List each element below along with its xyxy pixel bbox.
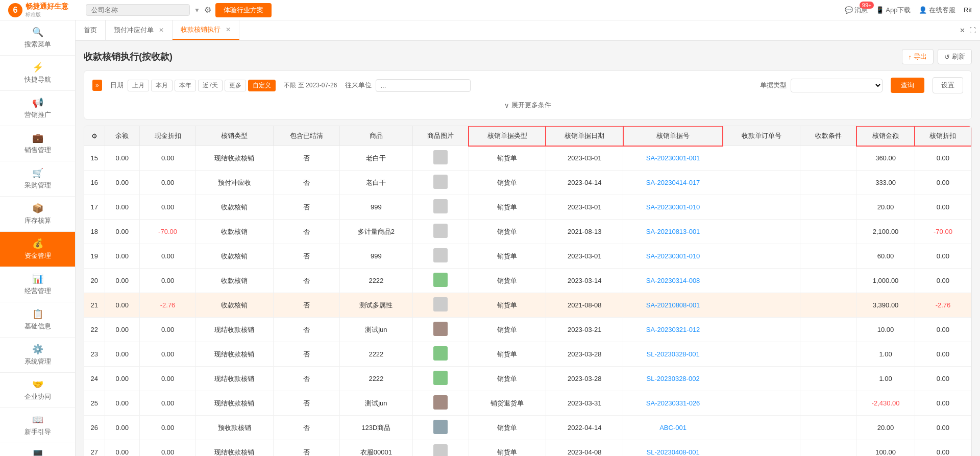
cell-voucher-date: 2023-03-01 bbox=[546, 195, 623, 220]
table-row: 15 0.00 0.00 现结收款核销 否 老白干 销货单 2023-03-01… bbox=[84, 146, 971, 171]
sidebar-item-marketing[interactable]: 📢 营销推广 bbox=[0, 91, 75, 126]
company-selector[interactable] bbox=[86, 4, 190, 16]
settings-gear-icon[interactable]: ⚙ bbox=[204, 5, 211, 15]
cell-voucher-no[interactable]: ABC-001 bbox=[623, 416, 723, 440]
cell-voucher-no[interactable]: SL-20230328-002 bbox=[623, 367, 723, 391]
tab-receipt[interactable]: 收款核销执行 ✕ bbox=[173, 20, 239, 40]
settings-button[interactable]: 设置 bbox=[933, 77, 963, 93]
filter-partner-input[interactable] bbox=[376, 79, 471, 92]
table-row: 18 0.00 -70.00 收款核销 否 多计量商品2 销货单 2021-08… bbox=[84, 220, 971, 244]
sidebar-label-basics: 基础信息 bbox=[24, 322, 51, 331]
table-row: 25 0.00 0.00 现结收款核销 否 测试jun 销货退货单 2023-0… bbox=[84, 391, 971, 416]
date-btn-this-month[interactable]: 本月 bbox=[151, 80, 173, 91]
app-logo: 6 畅捷通好生意 标准版 bbox=[8, 2, 80, 18]
cell-amount: 333.00 bbox=[856, 171, 915, 195]
sidebar-item-quick[interactable]: ⚡ 快捷导航 bbox=[0, 56, 75, 91]
app-version: 标准版 bbox=[26, 11, 68, 18]
message-btn[interactable]: 💬 消息 99+ bbox=[845, 6, 868, 15]
col-gear[interactable]: ⚙ bbox=[84, 126, 105, 146]
online-service-btn[interactable]: 👤 在线客服 bbox=[919, 6, 955, 15]
cell-amount: 3,390.00 bbox=[856, 293, 915, 318]
filter-collapse-btn[interactable]: » bbox=[92, 80, 102, 91]
tab-prepay-close[interactable]: ✕ bbox=[159, 27, 164, 34]
cell-discount: 0.00 bbox=[915, 367, 971, 391]
company-dropdown-icon[interactable]: ▼ bbox=[194, 7, 200, 14]
sidebar-item-search[interactable]: 🔍 搜索菜单 bbox=[0, 20, 75, 56]
cell-receipt-order bbox=[723, 391, 800, 416]
tab-prepay[interactable]: 预付冲应付单 ✕ bbox=[106, 20, 173, 40]
export-button[interactable]: ↑ 导出 bbox=[902, 49, 934, 64]
cell-voucher-no[interactable]: SA-20230414-017 bbox=[623, 171, 723, 195]
date-btn-custom[interactable]: 自定义 bbox=[248, 80, 276, 91]
sidebar-item-basics[interactable]: 📋 基础信息 bbox=[0, 302, 75, 338]
page-title: 收款核销执行(按收款) bbox=[84, 51, 173, 63]
date-btn-this-year[interactable]: 本年 bbox=[175, 80, 196, 91]
voucher-no-link: SL-20230328-001 bbox=[647, 350, 700, 358]
expand-row: ∨ 展开更多条件 bbox=[92, 98, 963, 113]
cell-discount: 0.00 bbox=[915, 146, 971, 171]
tab-receipt-close[interactable]: ✕ bbox=[226, 26, 231, 33]
cell-voucher-no[interactable]: SA-20230301-010 bbox=[623, 244, 723, 269]
tab-close-all-icon[interactable]: ✕ bbox=[960, 27, 965, 34]
cell-voucher-no[interactable]: SA-20230314-008 bbox=[623, 269, 723, 293]
sidebar-item-collab[interactable]: 🤝 企业协同 bbox=[0, 373, 75, 408]
tab-home[interactable]: 首页 bbox=[76, 20, 106, 40]
user-name[interactable]: Rit bbox=[964, 6, 972, 14]
cell-goods: 测试多属性 bbox=[340, 293, 412, 318]
sidebar-item-guide[interactable]: 📖 新手引导 bbox=[0, 408, 75, 443]
sidebar-label-guide: 新手引导 bbox=[24, 427, 51, 437]
date-btn-7days[interactable]: 近7天 bbox=[198, 80, 223, 91]
cell-cash-discount: 0.00 bbox=[140, 269, 196, 293]
cell-voucher-no[interactable]: SA-20230301-010 bbox=[623, 195, 723, 220]
sidebar-item-sales[interactable]: 💼 销售管理 bbox=[0, 126, 75, 161]
cell-voucher-type: 销货单 bbox=[469, 195, 546, 220]
tab-maximize-icon[interactable]: ⛶ bbox=[969, 27, 976, 34]
col-receipt-cond: 收款条件 bbox=[800, 126, 856, 146]
filter-voucher-type-select[interactable] bbox=[791, 79, 883, 92]
cell-goods-img bbox=[412, 171, 469, 195]
cell-id: 16 bbox=[84, 171, 105, 195]
sidebar-item-inventory[interactable]: 📦 库存核算 bbox=[0, 197, 75, 232]
cell-voucher-no[interactable]: SA-20230331-026 bbox=[623, 391, 723, 416]
cell-receipt-order bbox=[723, 342, 800, 367]
sidebar-item-operations[interactable]: 📊 经营管理 bbox=[0, 267, 75, 302]
query-button[interactable]: 查询 bbox=[891, 78, 924, 93]
cell-balance: 0.00 bbox=[105, 171, 140, 195]
expand-conditions-btn[interactable]: ∨ 展开更多条件 bbox=[504, 98, 551, 113]
cell-voucher-no[interactable]: SL-20230408-001 bbox=[623, 440, 723, 457]
cell-balance: 0.00 bbox=[105, 244, 140, 269]
cell-balance: 0.00 bbox=[105, 342, 140, 367]
date-btn-last-month[interactable]: 上月 bbox=[128, 80, 149, 91]
sidebar-item-finance[interactable]: 💰 资金管理 bbox=[0, 232, 75, 267]
col-balance: 余额 bbox=[105, 126, 140, 146]
sidebar-item-system[interactable]: ⚙️ 系统管理 bbox=[0, 338, 75, 373]
voucher-no-link: SA-20230321-012 bbox=[646, 326, 700, 333]
cell-voucher-no[interactable]: SA-20210808-001 bbox=[623, 293, 723, 318]
cell-voucher-type: 销货单 bbox=[469, 367, 546, 391]
cell-voucher-no[interactable]: SL-20230328-001 bbox=[623, 342, 723, 367]
cell-type: 预收款核销 bbox=[196, 416, 273, 440]
cell-goods: 999 bbox=[340, 195, 412, 220]
sidebar-item-hardware[interactable]: 🖥️ 智能硬件 bbox=[0, 443, 75, 456]
cell-receipt-order bbox=[723, 269, 800, 293]
cell-voucher-no[interactable]: SA-20230321-012 bbox=[623, 318, 723, 342]
app-download-btn[interactable]: 📱 App下载 bbox=[876, 6, 911, 15]
refresh-button[interactable]: ↺ 刷新 bbox=[938, 49, 972, 64]
page-header: 收款核销执行(按收款) ↑ 导出 ↺ 刷新 bbox=[84, 49, 972, 64]
cell-amount: 20.00 bbox=[856, 416, 915, 440]
cell-receipt-order bbox=[723, 293, 800, 318]
filter-date: 日期 上月 本月 本年 近7天 更多 自定义 bbox=[110, 80, 276, 91]
cell-balance: 0.00 bbox=[105, 220, 140, 244]
tab-receipt-label: 收款核销执行 bbox=[181, 25, 220, 34]
cell-voucher-type: 销货单 bbox=[469, 220, 546, 244]
cell-discount: 0.00 bbox=[915, 269, 971, 293]
cell-balance: 0.00 bbox=[105, 367, 140, 391]
sidebar-item-purchase[interactable]: 🛒 采购管理 bbox=[0, 161, 75, 197]
date-btn-more[interactable]: 更多 bbox=[225, 80, 246, 91]
cell-voucher-no[interactable]: SA-20210813-001 bbox=[623, 220, 723, 244]
cell-voucher-no[interactable]: SA-20230301-001 bbox=[623, 146, 723, 171]
cell-type: 现结收款核销 bbox=[196, 367, 273, 391]
cell-id: 25 bbox=[84, 391, 105, 416]
solution-button[interactable]: 体验行业方案 bbox=[215, 3, 272, 17]
cell-receipt-order bbox=[723, 195, 800, 220]
